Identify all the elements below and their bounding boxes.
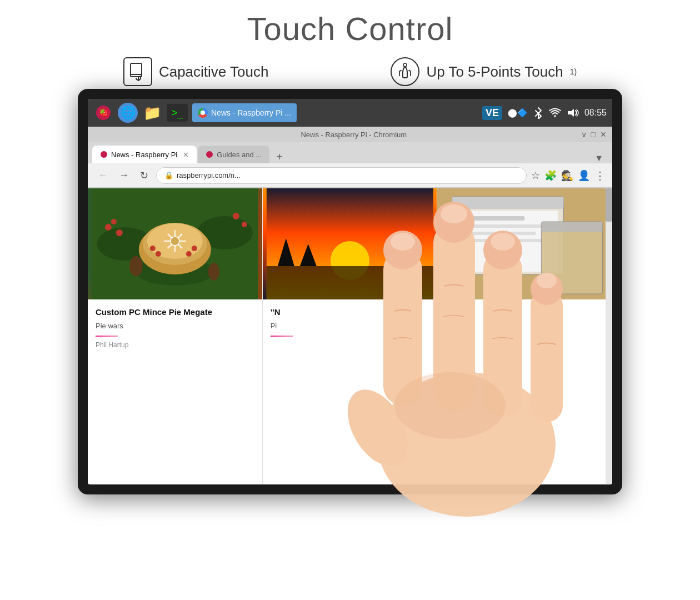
news-card-1-author: Phil Hartup <box>96 341 254 349</box>
system-time: 08:55 <box>584 108 607 118</box>
bluetooth-icon <box>533 107 543 119</box>
volume-icon <box>567 108 579 118</box>
tab-label-active: News - Raspberry Pi <box>111 151 177 159</box>
svg-rect-36 <box>453 197 564 203</box>
window-minimize[interactable]: ∨ <box>581 130 587 139</box>
svg-rect-43 <box>542 222 603 232</box>
news-card-2-excerpt: Pi <box>271 321 429 331</box>
reload-button[interactable]: ↻ <box>137 168 152 183</box>
news-card-3-divider <box>445 336 467 337</box>
browser-addressbar: ← → ↻ 🔒 raspberrypi.com/n... ☆ 🧩 🕵 👤 ⋮ <box>88 163 612 188</box>
svg-point-22 <box>171 237 179 246</box>
tab-close-button[interactable]: ✕ <box>183 151 189 159</box>
window-controls[interactable]: ∨ □ ✕ <box>581 130 607 139</box>
feature-capacitive: Capacitive Touch <box>123 57 269 86</box>
svg-point-18 <box>208 263 219 281</box>
forward-button[interactable]: → <box>116 168 132 182</box>
svg-point-7 <box>206 151 213 158</box>
svg-point-23 <box>150 246 156 251</box>
news-card-1: Custom PC Mince Pie Megate Pie wars Phil… <box>88 188 263 484</box>
svg-rect-40 <box>458 232 536 235</box>
svg-point-25 <box>192 246 197 251</box>
news-card-2-image <box>263 188 437 299</box>
svg-rect-41 <box>458 239 542 242</box>
ssl-lock-icon: 🔒 <box>164 171 173 179</box>
news-card-3-image <box>437 188 612 299</box>
browser-title: News - Raspberry Pi - Chromium <box>127 131 581 139</box>
browser-titlebar: News - Raspberry Pi - Chromium ∨ □ ✕ <box>88 127 612 142</box>
back-button[interactable]: ← <box>94 168 111 182</box>
news-card-3-title: Rasp <box>445 306 604 318</box>
news-card-2-body: "N Pi <box>263 299 437 348</box>
bluetooth-icon: ⬤🔷 <box>508 108 528 118</box>
spy-icon: 🕵 <box>561 169 573 182</box>
taskbar: 🍓 🌐 📁 >_ News - Raspberry P <box>88 99 612 127</box>
svg-point-13 <box>116 229 123 236</box>
browser-content: Custom PC Mince Pie Megate Pie wars Phil… <box>88 188 612 484</box>
browser-chrome: News - Raspberry Pi - Chromium ∨ □ ✕ New… <box>88 127 612 188</box>
news-card-1-title: Custom PC Mince Pie Megate <box>96 306 254 318</box>
address-bar[interactable]: 🔒 raspberrypi.com/n... <box>156 167 527 184</box>
news-grid: Custom PC Mince Pie Megate Pie wars Phil… <box>88 188 612 484</box>
monitor-bezel: 🍓 🌐 📁 >_ News - Raspberry P <box>78 89 622 494</box>
tab-list-button[interactable]: ▼ <box>590 153 608 163</box>
browser-tabs: News - Raspberry Pi ✕ Guides and ... + ▼ <box>88 142 612 163</box>
chromium-icon <box>198 108 208 118</box>
svg-point-6 <box>101 151 107 158</box>
taskbar-globe-icon[interactable]: 🌐 <box>118 103 138 123</box>
wifi-icon <box>549 108 561 118</box>
bookmark-icon[interactable]: ☆ <box>531 169 540 182</box>
svg-point-14 <box>111 219 117 224</box>
window-maximize[interactable]: □ <box>591 130 596 139</box>
svg-point-12 <box>105 224 112 231</box>
news-card-2-title: "N <box>271 306 429 318</box>
multitouch-label: Up To 5-Points Touch <box>426 63 563 81</box>
news-card-3-body: Rasp n <box>437 299 612 348</box>
tab-guides[interactable]: Guides and ... <box>198 146 269 163</box>
tab-label-inactive: Guides and ... <box>217 151 262 159</box>
svg-point-17 <box>129 256 143 276</box>
news-card-1-image <box>88 188 262 299</box>
svg-rect-38 <box>458 216 525 221</box>
window-close[interactable]: ✕ <box>600 130 607 139</box>
monitor-screen: 🍓 🌐 📁 >_ News - Raspberry P <box>88 99 612 484</box>
browser-scrollbar[interactable] <box>606 188 612 484</box>
capacitive-touch-icon <box>123 57 152 86</box>
monitor-wrapper: 🍓 🌐 📁 >_ News - Raspberry P <box>78 89 622 511</box>
svg-point-24 <box>156 251 161 257</box>
news-card-1-divider <box>96 336 118 337</box>
system-tray: VE ⬤🔷 <box>482 106 607 120</box>
account-icon[interactable]: 👤 <box>578 169 590 182</box>
svg-point-26 <box>186 251 192 257</box>
tab-news-raspberry[interactable]: News - Raspberry Pi ✕ <box>92 146 197 163</box>
svg-text:🍓: 🍓 <box>99 108 109 118</box>
capacitive-touch-label: Capacitive Touch <box>159 63 269 81</box>
news-card-3: Rasp n <box>437 188 612 484</box>
svg-rect-39 <box>458 224 547 228</box>
multitouch-superscript: 1) <box>570 67 577 76</box>
taskbar-folder-icon[interactable]: 📁 <box>142 103 162 123</box>
tab-favicon-inactive <box>206 151 213 158</box>
svg-point-16 <box>242 222 247 227</box>
page-title: Touch Control <box>0 0 700 47</box>
svg-marker-5 <box>568 109 574 117</box>
ve-badge: VE <box>482 106 502 120</box>
news-card-1-body: Custom PC Mince Pie Megate Pie wars Phil… <box>88 299 262 356</box>
menu-icon[interactable]: ⋮ <box>594 169 606 182</box>
svg-rect-29 <box>266 266 433 299</box>
scrollbar-thumb[interactable] <box>606 188 612 222</box>
browser-button-label: News - Raspberry Pi ... <box>211 108 291 117</box>
news-card-2-divider <box>271 336 293 337</box>
extensions-icon[interactable]: 🧩 <box>544 169 557 182</box>
news-card-1-excerpt: Pie wars <box>96 321 254 331</box>
taskbar-browser-button[interactable]: News - Raspberry Pi ... <box>192 103 297 122</box>
taskbar-raspberrypi-icon[interactable]: 🍓 <box>93 103 113 123</box>
feature-multitouch: Up To 5-Points Touch1) <box>391 57 577 86</box>
taskbar-terminal-icon[interactable]: >_ <box>167 104 188 122</box>
news-card-2: "N Pi <box>263 188 438 484</box>
news-card-3-excerpt: n <box>445 321 604 331</box>
svg-rect-42 <box>542 222 603 294</box>
new-tab-button[interactable]: + <box>271 151 288 163</box>
multitouch-icon <box>391 57 419 86</box>
svg-point-15 <box>233 213 239 219</box>
